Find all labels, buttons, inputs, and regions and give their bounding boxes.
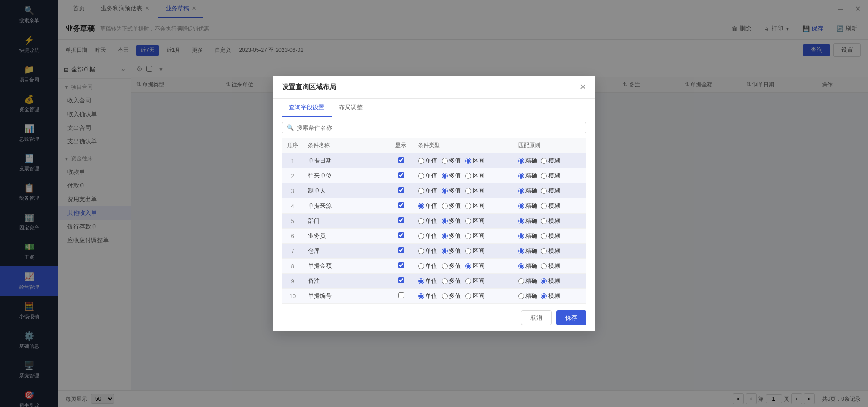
show-checkbox[interactable] (398, 262, 404, 268)
type-radio[interactable] (418, 188, 424, 194)
type-radio[interactable] (418, 263, 424, 269)
match-radio-label[interactable]: 精确 (518, 247, 537, 255)
show-checkbox[interactable] (398, 277, 404, 283)
match-radio-label[interactable]: 模糊 (541, 277, 560, 285)
cancel-button[interactable]: 取消 (521, 310, 552, 325)
type-radio[interactable] (442, 203, 448, 209)
match-radio-label[interactable]: 精确 (518, 262, 537, 270)
match-radio-label[interactable]: 精确 (518, 277, 537, 285)
type-radio[interactable] (418, 278, 424, 284)
type-radio[interactable] (442, 293, 448, 299)
match-radio-label[interactable]: 精确 (518, 157, 537, 165)
type-radio-label[interactable]: 区间 (465, 217, 484, 225)
match-radio[interactable] (518, 203, 524, 209)
match-radio-label[interactable]: 模糊 (541, 217, 560, 225)
type-radio[interactable] (442, 263, 448, 269)
match-radio-label[interactable]: 模糊 (541, 187, 560, 195)
match-radio[interactable] (518, 158, 524, 164)
type-radio[interactable] (418, 203, 424, 209)
match-radio[interactable] (541, 173, 547, 179)
type-radio-label[interactable]: 区间 (465, 247, 484, 255)
type-radio[interactable] (418, 248, 424, 254)
match-radio-label[interactable]: 模糊 (541, 292, 560, 300)
match-radio[interactable] (541, 188, 547, 194)
match-radio[interactable] (541, 218, 547, 224)
type-radio[interactable] (465, 158, 471, 164)
type-radio-label[interactable]: 区间 (465, 262, 484, 270)
type-radio-label[interactable]: 多值 (442, 232, 461, 240)
type-radio-label[interactable]: 单值 (418, 217, 437, 225)
type-radio-label[interactable]: 区间 (465, 157, 484, 165)
show-checkbox[interactable] (398, 157, 404, 163)
match-radio-label[interactable]: 模糊 (541, 202, 560, 210)
type-radio-label[interactable]: 单值 (418, 172, 437, 180)
match-radio-label[interactable]: 精确 (518, 232, 537, 240)
type-radio[interactable] (442, 173, 448, 179)
type-radio-label[interactable]: 单值 (418, 232, 437, 240)
type-radio[interactable] (418, 293, 424, 299)
type-radio[interactable] (465, 218, 471, 224)
match-radio[interactable] (541, 248, 547, 254)
type-radio-label[interactable]: 多值 (442, 277, 461, 285)
match-radio-label[interactable]: 精确 (518, 292, 537, 300)
match-radio[interactable] (541, 233, 547, 239)
match-radio[interactable] (541, 158, 547, 164)
type-radio[interactable] (418, 158, 424, 164)
modal-close-btn[interactable]: ✕ (580, 82, 586, 92)
type-radio-label[interactable]: 多值 (442, 247, 461, 255)
show-checkbox[interactable] (398, 217, 404, 223)
save-button[interactable]: 保存 (556, 310, 586, 325)
type-radio-label[interactable]: 多值 (442, 292, 461, 300)
match-radio[interactable] (518, 263, 524, 269)
match-radio-label[interactable]: 模糊 (541, 262, 560, 270)
show-checkbox[interactable] (398, 232, 404, 238)
match-radio-label[interactable]: 模糊 (541, 172, 560, 180)
match-radio[interactable] (518, 293, 524, 299)
match-radio[interactable] (518, 233, 524, 239)
match-radio-label[interactable]: 模糊 (541, 232, 560, 240)
type-radio-label[interactable]: 区间 (465, 277, 484, 285)
type-radio[interactable] (418, 218, 424, 224)
type-radio-label[interactable]: 多值 (442, 187, 461, 195)
type-radio-label[interactable]: 单值 (418, 247, 437, 255)
type-radio-label[interactable]: 区间 (465, 232, 484, 240)
match-radio[interactable] (518, 188, 524, 194)
type-radio-label[interactable]: 区间 (465, 172, 484, 180)
type-radio-label[interactable]: 多值 (442, 172, 461, 180)
match-radio[interactable] (541, 203, 547, 209)
type-radio[interactable] (442, 233, 448, 239)
type-radio-label[interactable]: 单值 (418, 157, 437, 165)
match-radio[interactable] (518, 218, 524, 224)
type-radio[interactable] (465, 233, 471, 239)
type-radio[interactable] (465, 293, 471, 299)
type-radio-label[interactable]: 单值 (418, 187, 437, 195)
match-radio-label[interactable]: 精确 (518, 202, 537, 210)
type-radio-label[interactable]: 多值 (442, 217, 461, 225)
type-radio[interactable] (465, 188, 471, 194)
match-radio[interactable] (541, 263, 547, 269)
type-radio-label[interactable]: 单值 (418, 202, 437, 210)
type-radio-label[interactable]: 多值 (442, 202, 461, 210)
type-radio[interactable] (465, 263, 471, 269)
match-radio-label[interactable]: 模糊 (541, 157, 560, 165)
type-radio-label[interactable]: 区间 (465, 202, 484, 210)
type-radio[interactable] (465, 203, 471, 209)
show-checkbox[interactable] (398, 292, 404, 298)
type-radio-label[interactable]: 单值 (418, 277, 437, 285)
type-radio-label[interactable]: 单值 (418, 292, 437, 300)
type-radio-label[interactable]: 区间 (465, 187, 484, 195)
type-radio[interactable] (465, 248, 471, 254)
type-radio[interactable] (465, 173, 471, 179)
match-radio[interactable] (518, 248, 524, 254)
type-radio[interactable] (442, 218, 448, 224)
match-radio[interactable] (541, 278, 547, 284)
match-radio[interactable] (518, 278, 524, 284)
type-radio[interactable] (442, 158, 448, 164)
type-radio-label[interactable]: 多值 (442, 262, 461, 270)
type-radio[interactable] (442, 278, 448, 284)
type-radio[interactable] (465, 278, 471, 284)
type-radio[interactable] (442, 188, 448, 194)
show-checkbox[interactable] (398, 187, 404, 193)
type-radio-label[interactable]: 单值 (418, 262, 437, 270)
show-checkbox[interactable] (398, 172, 404, 178)
